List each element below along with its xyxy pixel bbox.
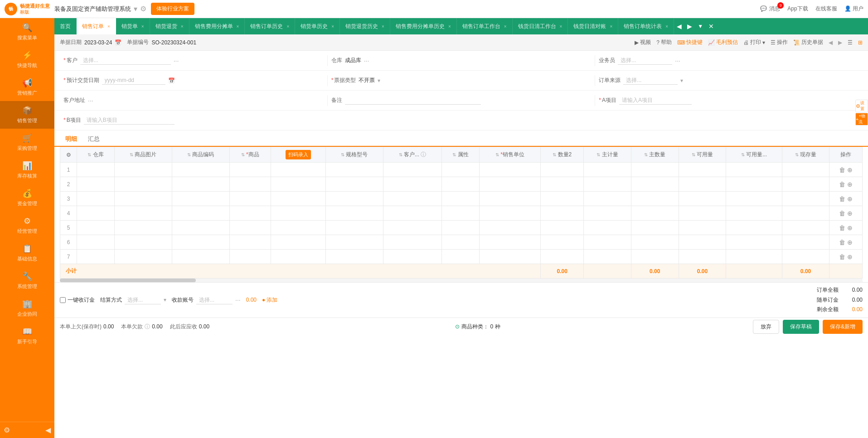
order-source-input[interactable] bbox=[623, 76, 678, 85]
print-btn[interactable]: 🖨 打印 ▾ bbox=[743, 39, 765, 46]
view-mode-grid-btn[interactable]: ⊞ bbox=[858, 39, 863, 46]
salesperson-expand-btn[interactable]: ··· bbox=[675, 57, 680, 64]
delivery-date-icon[interactable]: 📅 bbox=[168, 77, 175, 84]
row-1-sales-unit[interactable] bbox=[479, 163, 541, 177]
sidebar-item-marketing[interactable]: 📢 营销推广 bbox=[0, 73, 54, 101]
order-source-dropdown-icon[interactable]: ▾ bbox=[680, 77, 683, 84]
tab-sales-workbench-close[interactable]: × bbox=[504, 24, 507, 29]
tab-sales-goods-history[interactable]: 销货单历史 × bbox=[295, 18, 340, 34]
tab-sales-goods-history-close[interactable]: × bbox=[331, 24, 334, 29]
b-project-input[interactable] bbox=[84, 116, 175, 125]
row-2-customer-code[interactable] bbox=[383, 177, 442, 192]
tab-sales-goods[interactable]: 销货单 × bbox=[116, 18, 150, 34]
col-settings[interactable]: ⚙ bbox=[60, 147, 77, 163]
horizontal-scrollbar[interactable] bbox=[60, 279, 863, 282]
add-receipt-btn[interactable]: ● 添加 bbox=[262, 296, 277, 304]
tab-sales-report[interactable]: 销售订单统计表 × bbox=[618, 18, 674, 34]
right-panel-settings-btn[interactable]: ⚙ 设置 bbox=[855, 100, 868, 112]
sidebar-item-operations[interactable]: ⚙ 经营管理 bbox=[0, 212, 54, 239]
tab-sales-workbench[interactable]: 销售订单工作台 × bbox=[457, 18, 513, 34]
row-1-main-qty[interactable] bbox=[631, 163, 679, 177]
scan-btn[interactable]: 扫码录入 bbox=[286, 150, 311, 159]
tab-sales-goods-close[interactable]: × bbox=[141, 24, 144, 29]
sidebar-item-finance[interactable]: 💰 资金管理 bbox=[0, 184, 54, 212]
col-scan[interactable]: 扫码录入 bbox=[271, 147, 325, 163]
profit-btn[interactable]: 📈 毛利预估 bbox=[708, 39, 738, 46]
tab-more-btn[interactable]: ▼ bbox=[695, 23, 706, 29]
tab-sales-expense[interactable]: 销售费用分摊单 × bbox=[189, 18, 245, 34]
row-3-delete-btn[interactable]: 🗑 bbox=[839, 195, 845, 202]
row-2-delete-btn[interactable]: 🗑 bbox=[839, 181, 845, 188]
row-2-sales-unit[interactable] bbox=[479, 177, 541, 192]
settings-icon[interactable]: ⚙ bbox=[140, 5, 146, 13]
history-btn[interactable]: 📜 历史单据 bbox=[793, 39, 823, 46]
tab-next-btn[interactable]: ▶ bbox=[684, 23, 695, 30]
col-spec[interactable]: ⇅ 规格型号 bbox=[325, 147, 383, 163]
app-download[interactable]: App下载 bbox=[787, 5, 808, 13]
row-4-delete-btn[interactable]: 🗑 bbox=[839, 210, 845, 217]
tab-sales-order[interactable]: 销售订单 × bbox=[77, 18, 116, 34]
current-debt-info-icon[interactable]: ⓘ bbox=[145, 323, 150, 331]
row-6-delete-btn[interactable]: 🗑 bbox=[839, 239, 845, 246]
operations-btn[interactable]: ☰ 操作 bbox=[771, 39, 788, 46]
help-btn[interactable]: ? 帮助 bbox=[656, 39, 672, 46]
tab-close-all-btn[interactable]: ✕ bbox=[706, 23, 717, 30]
tab-sales-order-history[interactable]: 销售订单历史 × bbox=[245, 18, 295, 34]
row-1-attributes[interactable] bbox=[442, 163, 479, 177]
row-1-customer-code[interactable] bbox=[383, 163, 442, 177]
system-dropdown-icon[interactable]: ▾ bbox=[134, 5, 137, 13]
row-6-copy-btn[interactable]: ⊕ bbox=[847, 239, 853, 246]
sidebar-item-system[interactable]: 🔧 系统管理 bbox=[0, 267, 54, 294]
online-service[interactable]: 在线客服 bbox=[815, 5, 837, 13]
date-picker-icon[interactable]: 📅 bbox=[115, 39, 121, 46]
col-main-qty[interactable]: ⇅ 主数量 bbox=[631, 147, 679, 163]
row-2-product[interactable] bbox=[229, 177, 271, 192]
col-available[interactable]: ⇅ 可用量 bbox=[679, 147, 726, 163]
tab-sales-report-close[interactable]: × bbox=[665, 24, 668, 29]
customer-expand-btn[interactable]: ··· bbox=[174, 57, 179, 64]
sidebar-settings-btn[interactable]: ⚙ bbox=[4, 426, 10, 434]
tab-sales-expense-close[interactable]: × bbox=[237, 24, 239, 29]
tab-home[interactable]: 首页 bbox=[54, 18, 77, 34]
a-project-input[interactable] bbox=[619, 96, 692, 105]
row-2-copy-btn[interactable]: ⊕ bbox=[847, 181, 853, 188]
row-2-spec[interactable] bbox=[325, 177, 383, 192]
user-avatar[interactable]: 👤 用户 bbox=[844, 5, 863, 13]
row-2-code[interactable] bbox=[172, 177, 229, 192]
row-1-spec[interactable] bbox=[325, 163, 383, 177]
next-record-btn[interactable]: ▶ bbox=[838, 39, 842, 46]
notification-badge[interactable]: 💬 9 消息 bbox=[760, 5, 780, 13]
solution-button[interactable]: 体验行业方案 bbox=[151, 3, 194, 15]
tab-sales-return-history-close[interactable]: × bbox=[382, 24, 384, 29]
remark-input[interactable] bbox=[345, 96, 481, 105]
tab-sales-order-close[interactable]: × bbox=[107, 24, 110, 29]
tab-cash-daily-close[interactable]: × bbox=[560, 24, 563, 29]
row-1-copy-btn[interactable]: ⊕ bbox=[847, 166, 853, 173]
sidebar-item-guide[interactable]: 📖 新手引导 bbox=[0, 322, 54, 350]
row-2-qty2[interactable] bbox=[541, 177, 584, 192]
col-available2[interactable]: ⇅ 可用量... bbox=[726, 147, 782, 163]
tab-summary[interactable]: 汇总 bbox=[82, 132, 105, 146]
warehouse-expand-btn[interactable]: ··· bbox=[364, 57, 369, 64]
sidebar-item-enterprise[interactable]: 🏢 企业协同 bbox=[0, 294, 54, 322]
sidebar-item-purchase[interactable]: 🛒 采购管理 bbox=[0, 129, 54, 156]
col-product[interactable]: ⇅ *商品 bbox=[229, 147, 271, 163]
view-mode-list-btn[interactable]: ☰ bbox=[848, 39, 853, 46]
col-stock[interactable]: ⇅ 现存量 bbox=[782, 147, 829, 163]
sidebar-item-inventory[interactable]: 📊 库存核算 bbox=[0, 156, 54, 184]
save-draft-button[interactable]: 保存草稿 bbox=[783, 320, 819, 334]
row-1-qty2[interactable] bbox=[541, 163, 584, 177]
sidebar-item-sales[interactable]: 📦 销售管理 bbox=[0, 101, 54, 129]
tab-sales-return[interactable]: 销货退货 × bbox=[150, 18, 189, 34]
col-product-code[interactable]: ⇅ 商品编码 bbox=[172, 147, 229, 163]
row-5-delete-btn[interactable]: 🗑 bbox=[839, 224, 845, 231]
sidebar-collapse-btn[interactable]: ◀ bbox=[45, 426, 51, 434]
tab-sales-expense-history[interactable]: 销售费用分摊单历史 × bbox=[390, 18, 457, 34]
right-panel-addgoods-btn[interactable]: + +物流 bbox=[855, 113, 868, 125]
col-warehouse[interactable]: ⇅ 仓库 bbox=[77, 147, 114, 163]
tab-cash-daily[interactable]: 钱货日清工作台 × bbox=[513, 18, 568, 34]
sidebar-item-quicknav[interactable]: ⚡ 快捷导航 bbox=[0, 46, 54, 73]
row-2-main-qty[interactable] bbox=[631, 177, 679, 192]
delivery-date-input[interactable] bbox=[102, 76, 165, 85]
tab-cash-reconcile-close[interactable]: × bbox=[610, 24, 612, 29]
